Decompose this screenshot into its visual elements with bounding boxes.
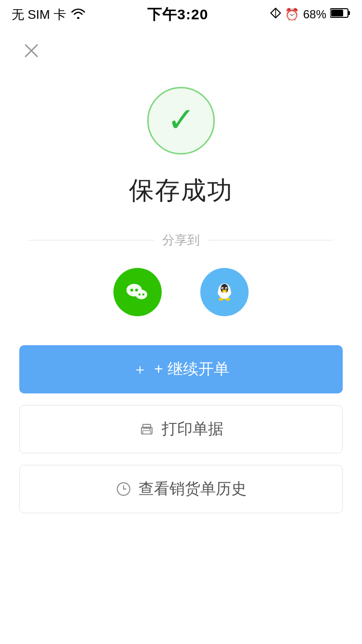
success-circle: ✓ bbox=[147, 87, 215, 154]
print-button[interactable]: 打印单据 bbox=[19, 405, 343, 453]
svg-point-21 bbox=[227, 290, 231, 295]
battery-label: 68% bbox=[303, 8, 326, 21]
alarm-icon: ⏰ bbox=[285, 8, 299, 21]
location-icon bbox=[270, 8, 281, 21]
action-buttons: ＋ + 继续开单 打印单据 查看销货单历史 bbox=[19, 345, 343, 513]
wechat-share-button[interactable] bbox=[113, 268, 162, 316]
svg-point-17 bbox=[226, 288, 227, 289]
success-icon-wrap: ✓ bbox=[0, 87, 362, 154]
history-button[interactable]: 查看销货单历史 bbox=[19, 465, 343, 513]
continue-button[interactable]: ＋ + 继续开单 bbox=[19, 345, 343, 393]
svg-rect-26 bbox=[143, 431, 151, 434]
battery-icon bbox=[330, 8, 350, 21]
status-left: 无 SIM 卡 bbox=[12, 6, 85, 23]
continue-label: + 继续开单 bbox=[154, 359, 229, 380]
success-title: 保存成功 bbox=[0, 174, 362, 208]
divider-right bbox=[208, 240, 333, 240]
svg-point-23 bbox=[225, 298, 230, 301]
plus-icon: ＋ bbox=[133, 360, 147, 379]
print-label: 打印单据 bbox=[162, 419, 223, 440]
close-button[interactable] bbox=[19, 39, 43, 63]
svg-point-20 bbox=[218, 290, 222, 295]
history-label: 查看销货单历史 bbox=[139, 478, 247, 500]
status-right: ⏰ 68% bbox=[270, 8, 350, 21]
svg-point-27 bbox=[150, 429, 151, 430]
history-icon bbox=[115, 481, 132, 497]
svg-point-22 bbox=[219, 298, 223, 301]
share-divider-wrap: 分享到 bbox=[29, 232, 333, 249]
share-label: 分享到 bbox=[162, 232, 200, 249]
divider-left bbox=[29, 240, 154, 240]
svg-point-16 bbox=[223, 288, 223, 289]
status-bar: 无 SIM 卡 下午3:20 ⏰ 68% bbox=[0, 0, 362, 29]
share-icons-row bbox=[0, 268, 362, 316]
svg-point-10 bbox=[139, 294, 140, 295]
status-time: 下午3:20 bbox=[147, 5, 208, 25]
svg-rect-2 bbox=[348, 11, 350, 15]
svg-point-9 bbox=[136, 290, 147, 299]
wifi-icon bbox=[71, 7, 85, 22]
printer-icon bbox=[139, 421, 155, 437]
sim-label: 无 SIM 卡 bbox=[12, 6, 66, 23]
svg-point-7 bbox=[130, 289, 133, 292]
qq-share-button[interactable] bbox=[200, 268, 249, 316]
svg-rect-3 bbox=[331, 10, 343, 16]
close-area bbox=[0, 29, 362, 68]
checkmark-icon: ✓ bbox=[167, 103, 195, 137]
svg-point-11 bbox=[142, 294, 144, 295]
